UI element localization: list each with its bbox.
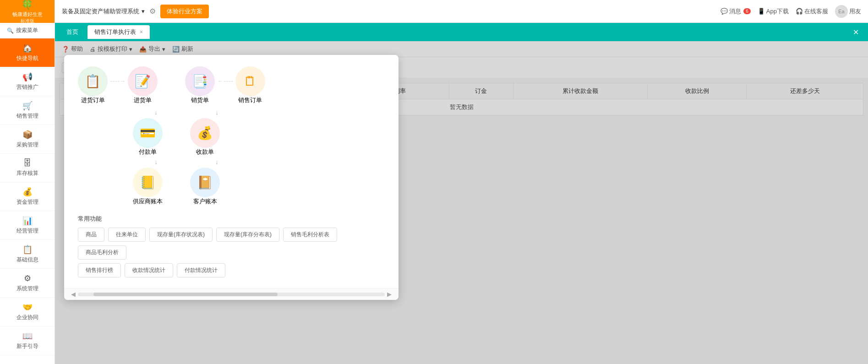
sidebar-item-system[interactable]: ⚙ 系统管理 [0,269,55,298]
content-area: ❓ 帮助 🖨 按模板打印 ▾ 📤 导出 ▾ 🔄 刷新 [55,41,868,364]
flow-modal: 📋 进货订单 - - - - → 📝 进货单 [64,55,399,300]
sidebar: 🍀 畅康通好生意 标准版 🔍 搜索菜单 🏠 快捷导航 📢 营销推广 🛒 销售管理… [0,0,55,364]
common-btn-sales-margin[interactable]: 销售毛利分析表 [283,228,337,242]
tabbar: 首页 销售订单执行表 × ✕ [55,23,868,41]
system-title-dropdown[interactable]: 装备及固定资产辅助管理系统 ▾ [62,7,145,16]
scroll-right-arrow[interactable]: ▶ [385,291,394,298]
sidebar-label-operations: 经营管理 [16,227,38,235]
avatar: Ea [835,5,848,18]
flow-row-2: 💳 付款单 💰 收款单 [78,118,385,156]
flow-left: 📋 进货订单 - - - - → 📝 进货单 [78,66,158,104]
sidebar-label-newbie: 新手引导 [16,342,38,350]
sidebar-item-collab[interactable]: 🤝 企业协同 [0,298,55,326]
sale-order-circle: 🗒 [235,66,265,96]
sidebar-item-newbie[interactable]: 📖 新手引导 [0,326,55,355]
common-buttons-row1: 商品 往来单位 现存量(库存状况表) 现存量(库存分布表) 销售毛利分析表 商品… [78,228,385,260]
sales-icon: 🛒 [22,101,33,111]
experience-btn[interactable]: 体验行业方案 [160,5,209,18]
newbie-icon: 📖 [22,331,33,341]
sidebar-label-purchase: 采购管理 [16,141,38,149]
sidebar-label-sales: 销售管理 [16,112,38,120]
sidebar-label-basic: 基础信息 [16,256,38,264]
user-name: 用友 [849,7,861,16]
tab-close-btn[interactable]: × [140,29,143,35]
sidebar-label-inventory: 库存核算 [16,169,38,177]
down-arrow-4: ↓ [202,158,232,165]
scrollbar-thumb [93,293,278,296]
online-service-item[interactable]: 🎧 在线客服 [796,7,828,16]
flow-right: 📑 销货单 ← - - - - 🗒 销售订单 [185,66,265,104]
download-icon: 📱 [758,8,765,15]
message-item[interactable]: 💬 消息 6 [721,7,751,16]
sale-order-label: 销售订单 [238,96,262,104]
flow-row-1: 📋 进货订单 - - - - → 📝 进货单 [78,66,385,104]
sale-bill-label: 销货单 [191,96,209,104]
settings-icon[interactable]: ⚙ [149,7,156,16]
down-arrow-1: ↓ [141,109,171,116]
common-btn-stock-status[interactable]: 现存量(库存状况表) [149,228,213,242]
purchase-bill-label: 进货单 [134,96,152,104]
customer-ledger-label: 客户账本 [193,197,217,206]
home-icon: 🏠 [22,43,33,53]
logo-icon: 🍀 [22,0,33,10]
common-btn-goods[interactable]: 商品 [78,228,104,242]
sidebar-label-marketing: 营销推广 [16,83,38,91]
tab-sale-order[interactable]: 销售订单执行表 × [87,25,150,39]
scrollbar-track[interactable] [78,293,385,296]
customer-ledger-circle: 📔 [190,168,220,197]
flow-customer-ledger[interactable]: 📔 客户账本 [190,168,220,206]
sidebar-item-marketing[interactable]: 📢 营销推广 [0,67,55,96]
common-buttons-row2: 销售排行榜 收款情况统计 付款情况统计 [78,263,385,277]
sidebar-item-sales[interactable]: 🛒 销售管理 [0,96,55,125]
common-btn-goods-margin[interactable]: 商品毛利分析 [78,245,126,260]
flow-row-3: 📒 供应商账本 📔 客户账本 [78,168,385,206]
marketing-icon: 📢 [22,72,33,82]
flow-supplier-ledger[interactable]: 📒 供应商账本 [133,168,163,206]
sidebar-item-inventory[interactable]: 🗄 库存核算 [0,154,55,182]
down-arrow-2: ↓ [202,109,232,116]
common-btn-sales-rank[interactable]: 销售排行榜 [78,263,121,277]
sidebar-label-system: 系统管理 [16,285,38,293]
flow-purchase-order[interactable]: 📋 进货订单 [78,66,108,104]
sidebar-item-quick[interactable]: 🏠 快捷导航 [0,38,55,67]
gap3 [171,158,198,165]
common-btn-counterpart[interactable]: 往来单位 [108,228,146,242]
arrow-purchase: - - - - → [110,78,125,84]
common-functions: 常用功能 商品 往来单位 现存量(库存状况表) 现存量(库存分布表) 销售毛利分… [78,215,385,277]
modal-scrollbar: ◀ ▶ [64,288,399,300]
main-area: 装备及固定资产辅助管理系统 ▾ ⚙ 体验行业方案 💬 消息 6 📱 App下载 … [55,0,868,364]
modal-content: 📋 进货订单 - - - - → 📝 进货单 [64,55,399,288]
search-menu[interactable]: 🔍 搜索菜单 [0,23,55,38]
app-download-label: App下载 [766,7,789,16]
flow-purchase-bill[interactable]: 📝 进货单 [128,66,158,104]
tab-home[interactable]: 首页 [60,25,85,39]
sidebar-item-purchase[interactable]: 📦 采购管理 [0,125,55,154]
flow-receipt[interactable]: 💰 收款单 [190,118,220,156]
flow-sale-order[interactable]: 🗒 销售订单 [235,66,265,104]
receipt-circle: 💰 [190,118,220,148]
down-arrow-sale: ↓ [202,109,232,116]
scroll-left-arrow[interactable]: ◀ [69,291,78,298]
sidebar-item-operations[interactable]: 📊 经营管理 [0,211,55,240]
supplier-ledger-label: 供应商账本 [133,197,163,206]
common-btn-stock-dist[interactable]: 现存量(库存分布表) [216,228,279,242]
basic-icon: 📋 [22,244,33,255]
user-item[interactable]: Ea 用友 [835,5,861,18]
common-btn-receipt-stat[interactable]: 收款情况统计 [125,263,173,277]
supplier-ledger-circle: 📒 [133,168,163,197]
arrow-sale: ← - - - - [218,78,232,84]
tab-bar-close-icon[interactable]: ✕ [848,28,863,37]
common-btn-payment-stat[interactable]: 付款情况统计 [177,263,225,277]
modal-overlay[interactable]: 📋 进货订单 - - - - → 📝 进货单 [55,41,868,364]
purchase-icon: 📦 [22,130,33,140]
flow-sale-bill[interactable]: 📑 销货单 [185,66,215,104]
sidebar-item-finance[interactable]: 💰 资金管理 [0,182,55,211]
message-icon: 💬 [721,8,728,15]
flow-payment[interactable]: 💳 付款单 [133,118,163,156]
purchase-bill-circle: 📝 [128,66,158,96]
arrow-d-4: ↓ [202,158,232,165]
sidebar-item-basic[interactable]: 📋 基础信息 [0,240,55,269]
purchase-order-label: 进货订单 [81,96,105,104]
app-download-item[interactable]: 📱 App下载 [758,7,789,16]
sidebar-label-finance: 资金管理 [16,198,38,206]
